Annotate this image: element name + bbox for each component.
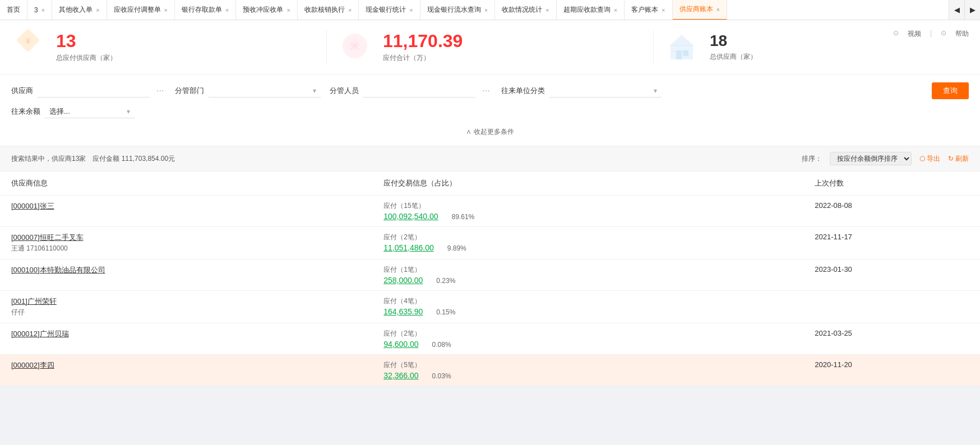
tx-amount[interactable]: 32,366.00 [383,371,418,380]
stat-payable-amount-number: 11,170.39 [383,31,463,51]
nav-tab-pre-collect-label: 预收冲应收单 [243,5,283,15]
nav-tab-receipt-verify[interactable]: 收款核销执行 × [298,0,359,20]
stat-payable-suppliers-info: 13 总应付供应商（家） [56,31,117,63]
last-pay-date: 2020-11-20 [815,360,852,369]
sort-select[interactable]: 按应付余额倒序排序 [830,152,912,165]
stats-bar: ¥ 13 总应付供应商（家） 米 11,170.39 应付合计（万） [0,20,980,75]
close-icon[interactable]: × [96,7,99,13]
close-icon[interactable]: × [716,6,720,13]
nav-tab-cash-bank-stat[interactable]: 现金银行统计 × [359,0,420,20]
table-row: [000007]恒旺二手叉车王通 17106110000 应付（2笔） 11,0… [0,227,980,259]
supplier-input[interactable] [38,84,150,98]
tx-percent: 0.03% [432,372,451,380]
close-icon[interactable]: × [225,7,229,13]
supplier-link[interactable]: [000007]恒旺二手叉车 [11,233,84,242]
export-button[interactable]: ⬡ 导出 [919,154,940,164]
close-icon[interactable]: × [484,7,488,13]
nav-tab-ar-ap-adjust[interactable]: 应收应付调整单 × [107,0,175,20]
nav-tab-other-income[interactable]: 其他收入单 × [52,0,107,20]
nav-tab-receipt-stat-label: 收款情况统计 [502,5,542,15]
nav-tab-3[interactable]: 3 × [27,0,52,20]
nav-tab-bank-deposit[interactable]: 银行存取款单 × [175,0,236,20]
nav-tab-cash-flow[interactable]: 现金银行流水查询 × [420,0,495,20]
result-right-actions: 排序： 按应付余额倒序排序 ⬡ 导出 ↻ 刷新 [802,152,969,165]
supplier-link[interactable]: [000001]张三 [11,202,54,210]
tx-row: 32,366.00 0.03% [383,370,792,380]
supplier-link[interactable]: [000100]本特勤油品有限公司 [11,266,105,274]
person-input[interactable] [363,84,475,98]
nav-tab-customer-book[interactable]: 客户账本 × [625,0,672,20]
filter-balance: 往来余额 选择... [11,105,135,118]
collapse-bar[interactable]: ∧ 收起更多条件 [11,124,969,140]
nav-tab-home[interactable]: 首页 [0,0,27,20]
nav-tab-ar-ap-adjust-label: 应收应付调整单 [114,5,161,15]
tx-label: 应付（2笔） [383,329,792,339]
tx-label: 应付（1笔） [383,265,792,275]
nav-tab-home-label: 首页 [7,5,20,15]
supplier-ellipsis-button[interactable]: ··· [154,86,166,96]
table-row: [001]广州荣轩仔仔 应付（4笔） 164,635.90 0.15% [0,291,980,323]
close-icon[interactable]: × [348,7,352,13]
col-last-pay: 上次付数 [803,171,980,196]
tx-info-cell-3: 应付（4笔） 164,635.90 0.15% [372,291,803,323]
help-icon: ⊙ [941,29,946,39]
nav-tab-cash-bank-stat-label: 现金银行统计 [366,5,406,15]
person-label: 分管人员 [330,86,359,96]
stat-payable-suppliers-label: 总应付供应商（家） [56,53,117,63]
filter-row-1: 供应商 ··· 分管部门 分管人员 ··· 往来单位分类 查询 [11,82,969,99]
stat-help-links: ⊙ 视频 | ⊙ 帮助 [893,29,969,39]
diamond-icon: ¥ [11,29,47,65]
supplier-link[interactable]: [000012]广州贝瑞 [11,330,69,338]
tx-amount[interactable]: 258,000.00 [383,276,423,285]
query-button[interactable]: 查询 [932,82,969,99]
stat-payable-suppliers-number: 13 [56,31,117,51]
supplier-link[interactable]: [001]广州荣轩 [11,297,57,305]
person-ellipsis-button[interactable]: ··· [480,86,492,96]
nav-tab-other-income-label: 其他收入单 [59,5,93,15]
tx-row: 100,092,540.00 89.61% [383,211,792,221]
dept-select[interactable] [209,84,321,98]
tx-info-cell-2: 应付（1笔） 258,000.00 0.23% [372,259,803,291]
close-icon[interactable]: × [41,7,45,13]
nav-prev-button[interactable]: ◀ [949,0,964,20]
tx-row: 164,635.90 0.15% [383,306,792,316]
tx-label: 应付（15笔） [383,201,792,211]
supplier-link[interactable]: [000002]李四 [11,361,54,369]
balance-label: 往来余额 [11,106,40,117]
close-icon[interactable]: × [662,7,665,13]
close-icon[interactable]: × [546,7,549,13]
close-icon[interactable]: × [164,7,168,13]
last-pay-date: 2023-01-30 [815,265,852,274]
svg-rect-5 [676,50,682,59]
tx-info-cell-5: 应付（5笔） 32,366.00 0.03% [372,355,803,386]
dept-label: 分管部门 [175,86,204,96]
nav-tab-overdue-ar[interactable]: 超期应收款查询 × [557,0,625,20]
balance-select[interactable]: 选择... [45,105,135,118]
tx-amount[interactable]: 94,600.00 [383,340,418,349]
video-link[interactable]: 视频 [908,29,921,39]
tx-percent: 0.08% [432,341,451,349]
tx-amount[interactable]: 100,092,540.00 [383,212,438,221]
balance-select-wrap: 选择... [45,105,135,118]
close-icon[interactable]: × [409,7,413,13]
nav-tab-supplier-book[interactable]: 供应商账本 × [673,0,727,20]
refresh-button[interactable]: ↻ 刷新 [948,154,969,164]
export-label: 导出 [927,154,940,164]
category-select[interactable] [549,84,662,98]
close-icon[interactable]: × [286,7,290,13]
close-icon[interactable]: × [614,7,617,13]
nav-tab-pre-collect[interactable]: 预收冲应收单 × [236,0,297,20]
tx-info-cell-4: 应付（2笔） 94,600.00 0.08% [372,323,803,355]
stat-payable-amount: 米 11,170.39 应付合计（万） [338,29,642,65]
nav-next-button[interactable]: ▶ [964,0,980,20]
tx-amount[interactable]: 11,051,486.00 [383,243,434,252]
stat-payable-suppliers: ¥ 13 总应付供应商（家） [11,29,315,65]
nav-tab-receipt-stat[interactable]: 收款情况统计 × [495,0,556,20]
help-link[interactable]: 帮助 [955,29,969,39]
filter-supplier: 供应商 ··· [11,84,166,98]
tx-row: 258,000.00 0.23% [383,275,792,285]
tx-amount[interactable]: 164,635.90 [383,307,423,316]
last-pay-date: 2022-08-08 [815,201,852,210]
stat-total-suppliers-info: 18 总供应商（家） [710,33,757,62]
top-navigation: 首页 3 × 其他收入单 × 应收应付调整单 × 银行存取款单 × 预收冲应收单… [0,0,980,20]
